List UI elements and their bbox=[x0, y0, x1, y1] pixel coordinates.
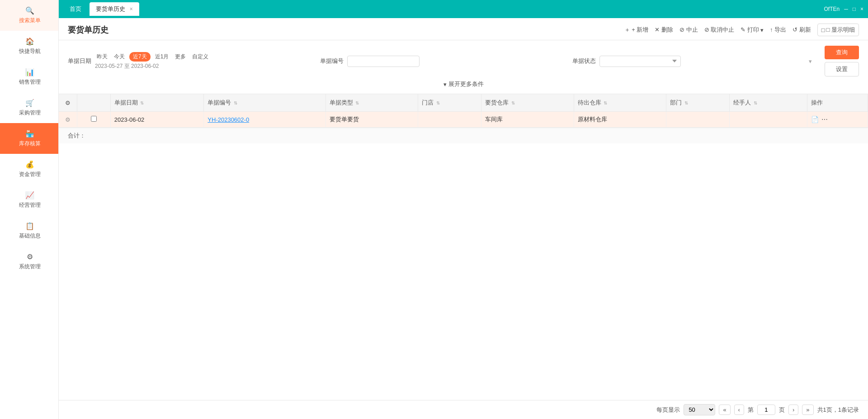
export-button[interactable]: ↑ 导出 bbox=[770, 26, 786, 34]
th-date[interactable]: 单据日期 ⇅ bbox=[110, 94, 204, 112]
new-label: + 新增 bbox=[632, 26, 648, 34]
date-range: 2023-05-27 至 2023-06-02 bbox=[95, 62, 210, 70]
row-checkbox[interactable] bbox=[77, 112, 110, 128]
page-title: 要货单历史 bbox=[68, 24, 624, 35]
sidebar-item-quick-nav[interactable]: 🏠快捷导航 bbox=[0, 31, 58, 62]
window-min-btn[interactable]: ─ bbox=[844, 6, 848, 12]
sidebar-item-system[interactable]: ⚙系统管理 bbox=[0, 246, 58, 277]
tab-home[interactable]: 首页 bbox=[63, 2, 88, 16]
purchase-icon: 🛒 bbox=[25, 99, 34, 107]
tab-close-icon[interactable]: × bbox=[130, 6, 133, 12]
page-suffix: 页 bbox=[779, 406, 785, 414]
operations-icon: 📈 bbox=[25, 191, 34, 200]
sales-icon: 📊 bbox=[25, 68, 34, 76]
expand-more-icon: ▾ bbox=[443, 81, 447, 88]
prev-page-btn[interactable]: ‹ bbox=[734, 405, 744, 415]
date-shortcut-近1月[interactable]: 近1月 bbox=[153, 52, 171, 62]
topbar-right: OfTEn ─ □ × bbox=[824, 6, 863, 12]
sidebar: 🔍搜索菜单🏠快捷导航📊销售管理🛒采购管理🏪库存核算💰资金管理📈经营管理📋基础信息… bbox=[0, 0, 59, 419]
sidebar-item-sales[interactable]: 📊销售管理 bbox=[0, 62, 58, 92]
th-doc_no[interactable]: 单据编号 ⇅ bbox=[204, 94, 326, 112]
sidebar-item-label: 库存核算 bbox=[19, 140, 41, 148]
page-size-select[interactable]: 102050100 bbox=[684, 404, 715, 415]
new-button[interactable]: ＋ + 新增 bbox=[624, 26, 648, 34]
sidebar-item-inventory[interactable]: 🏪库存核算 bbox=[0, 123, 58, 154]
delete-label: ✕ 删除 bbox=[655, 26, 673, 34]
system-icon: ⚙ bbox=[27, 252, 33, 261]
tab-active-label: 要货单历史 bbox=[96, 5, 125, 12]
page-content: 要货单历史 ＋ + 新增 ✕ 删除 ⊘ 中止 ⊘ 取消中止 ✎ 打印 ▾ bbox=[59, 18, 868, 419]
row-dept bbox=[666, 112, 729, 128]
total-info: 共1页，1条记录 bbox=[817, 406, 859, 414]
window-max-btn[interactable]: □ bbox=[853, 6, 856, 12]
row-operations: 📄 ⋯ bbox=[807, 112, 868, 128]
doc-no-label: 单据编号 bbox=[320, 57, 344, 65]
th-req_warehouse[interactable]: 要货仓库 ⇅ bbox=[481, 94, 574, 112]
basic-info-icon: 📋 bbox=[25, 222, 34, 230]
table-footer: 合计： bbox=[59, 128, 868, 143]
status-filter-group: 单据状态 ▾ bbox=[572, 56, 816, 67]
th-doc_type[interactable]: 单据类型 ⇅ bbox=[326, 94, 418, 112]
quick-nav-icon: 🏠 bbox=[25, 37, 34, 46]
filter-row: 单据日期 昨天今天近7天近1月更多自定义 2023-05-27 至 2023-0… bbox=[68, 46, 859, 76]
main-content: 首页 要货单历史 × OfTEn ─ □ × 要货单历史 ＋ + 新增 ✕ 删除 bbox=[59, 0, 868, 419]
settings-button[interactable]: 设置 bbox=[825, 62, 859, 76]
row-settings[interactable]: ⚙ bbox=[59, 112, 77, 128]
data-table: ⚙单据日期 ⇅单据编号 ⇅单据类型 ⇅门店 ⇅要货仓库 ⇅待出仓库 ⇅部门 ⇅经… bbox=[59, 94, 868, 128]
row-doc-no[interactable]: YH-20230602-0 bbox=[204, 112, 326, 128]
sidebar-item-basic-info[interactable]: 📋基础信息 bbox=[0, 215, 58, 246]
date-shortcut-今天[interactable]: 今天 bbox=[112, 52, 127, 62]
row-checkbox-input[interactable] bbox=[91, 116, 97, 122]
tab-active[interactable]: 要货单历史 × bbox=[90, 2, 139, 16]
expand-more-label: 展开更多条件 bbox=[448, 80, 484, 88]
th-settings: ⚙ bbox=[59, 94, 77, 112]
query-button[interactable]: 查询 bbox=[825, 46, 859, 59]
th-handler[interactable]: 经手人 ⇅ bbox=[730, 94, 807, 112]
refresh-button[interactable]: ↺ 刷新 bbox=[793, 26, 811, 34]
status-select[interactable] bbox=[599, 56, 681, 67]
table-header: ⚙单据日期 ⇅单据编号 ⇅单据类型 ⇅门店 ⇅要货仓库 ⇅待出仓库 ⇅部门 ⇅经… bbox=[59, 94, 868, 112]
pagination-bar: 每页显示 102050100 « ‹ 第 页 › » 共1页，1条记录 bbox=[59, 400, 868, 419]
date-shortcut-近7天[interactable]: 近7天 bbox=[129, 52, 151, 62]
row-handler bbox=[730, 112, 807, 128]
cancel-suspend-button[interactable]: ⊘ 取消中止 bbox=[704, 26, 735, 34]
sidebar-item-operations[interactable]: 📈经营管理 bbox=[0, 185, 58, 215]
date-shortcut-昨天[interactable]: 昨天 bbox=[95, 52, 109, 62]
th-store[interactable]: 门店 ⇅ bbox=[418, 94, 481, 112]
doc-no-input[interactable] bbox=[347, 56, 420, 67]
row-store bbox=[418, 112, 481, 128]
sidebar-item-purchase[interactable]: 🛒采购管理 bbox=[0, 92, 58, 123]
show-detail-button[interactable]: □ □ 显示明细 bbox=[817, 24, 859, 36]
row-more-icon[interactable]: ⋯ bbox=[821, 116, 828, 123]
new-icon: ＋ bbox=[624, 26, 630, 34]
window-close-btn[interactable]: × bbox=[860, 6, 863, 12]
sidebar-item-label: 快捷导航 bbox=[19, 48, 41, 55]
date-shortcut-自定义[interactable]: 自定义 bbox=[190, 52, 210, 62]
brand-label: OfTEn bbox=[824, 6, 840, 12]
sidebar-item-label: 经营管理 bbox=[19, 201, 41, 209]
suspend-button[interactable]: ⊘ 中止 bbox=[679, 26, 698, 34]
sidebar-item-finance[interactable]: 💰资金管理 bbox=[0, 154, 58, 185]
sidebar-item-search[interactable]: 🔍搜索菜单 bbox=[0, 0, 58, 31]
print-button[interactable]: ✎ 打印 ▾ bbox=[741, 26, 764, 34]
suspend-label: ⊘ 中止 bbox=[679, 26, 698, 34]
date-shortcut-更多[interactable]: 更多 bbox=[173, 52, 188, 62]
delete-button[interactable]: ✕ 删除 bbox=[655, 26, 673, 34]
th-pending_warehouse[interactable]: 待出仓库 ⇅ bbox=[574, 94, 666, 112]
sidebar-item-label: 基础信息 bbox=[19, 232, 41, 240]
page-label: 第 bbox=[748, 406, 754, 414]
table-row[interactable]: ⚙ 2023-06-02 YH-20230602-0 要货单要货 车间库 原材料… bbox=[59, 112, 868, 128]
show-detail-checkbox: □ bbox=[821, 27, 825, 33]
row-req-warehouse: 车间库 bbox=[481, 112, 574, 128]
page-input[interactable] bbox=[757, 405, 775, 415]
summary-label: 合计： bbox=[68, 132, 85, 140]
status-label: 单据状态 bbox=[572, 57, 596, 65]
table-area: ⚙单据日期 ⇅单据编号 ⇅单据类型 ⇅门店 ⇅要货仓库 ⇅待出仓库 ⇅部门 ⇅经… bbox=[59, 94, 868, 400]
expand-more-button[interactable]: ▾ 展开更多条件 bbox=[68, 80, 859, 88]
th-dept[interactable]: 部门 ⇅ bbox=[666, 94, 729, 112]
refresh-label: ↺ 刷新 bbox=[793, 26, 811, 34]
row-edit-icon[interactable]: 📄 bbox=[811, 116, 819, 123]
first-page-btn[interactable]: « bbox=[719, 405, 730, 415]
next-page-btn[interactable]: › bbox=[788, 405, 798, 415]
last-page-btn[interactable]: » bbox=[802, 405, 813, 415]
